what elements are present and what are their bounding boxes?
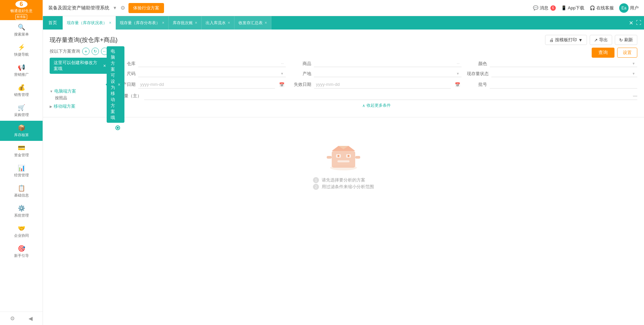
- svg-rect-8: [355, 156, 360, 159]
- sidebar-item-sales[interactable]: 💰 销售管理: [0, 80, 43, 101]
- system-dropdown-icon[interactable]: ▼: [113, 5, 117, 10]
- sidebar-item-marketing[interactable]: 📢 营销推广: [0, 60, 43, 80]
- tab-inventory-status-close[interactable]: ×: [109, 20, 111, 25]
- filter-row-4: 现存量（主） —: [115, 92, 637, 100]
- collapse-label: 收起更多条件: [367, 103, 391, 108]
- tab-batch-account-close[interactable]: ×: [195, 20, 197, 25]
- collapse-button[interactable]: ∧ 收起更多条件: [115, 100, 637, 111]
- sales-icon: 💰: [18, 84, 25, 91]
- produce-date-calendar-icon[interactable]: 📅: [278, 82, 286, 87]
- export-button[interactable]: ↗ 导出: [590, 35, 612, 45]
- tab-batch-account[interactable]: 库存批次账 ×: [169, 16, 202, 30]
- message-button[interactable]: 💬 消息 6: [533, 5, 556, 11]
- expire-date-calendar-icon[interactable]: 📅: [453, 82, 462, 87]
- batch-input[interactable]: [490, 80, 637, 89]
- export-icon: ↗: [594, 38, 598, 43]
- refresh-button[interactable]: ↻ 刷新: [615, 35, 637, 45]
- app-download-button[interactable]: 📱 App下载: [561, 5, 584, 11]
- tab-in-out-flow-label: 出入库流水: [206, 20, 226, 26]
- settings-icon[interactable]: ⚙: [120, 5, 125, 11]
- sidebar-label-operation: 经营管理: [14, 173, 29, 178]
- sidebar-label-inventory: 库存核算: [14, 132, 29, 138]
- empty-svg: [323, 138, 364, 171]
- sidebar-item-finance[interactable]: 💳 资金管理: [0, 141, 43, 161]
- sidebar-item-guide[interactable]: 🎯 新手引导: [0, 241, 43, 262]
- tooltip-1-close[interactable]: ×: [118, 82, 120, 87]
- tooltip-2-close[interactable]: ×: [103, 63, 106, 68]
- sidebar-item-nav[interactable]: ⚡ 快捷导航: [0, 40, 43, 60]
- product-select[interactable]: ···: [314, 60, 462, 67]
- tab-receive-total[interactable]: 收发存汇总表 ×: [234, 16, 271, 30]
- sidebar-settings-btn[interactable]: ⚙: [10, 315, 15, 322]
- mobile-section-label: 移动端方案: [54, 103, 75, 109]
- warehouse-select[interactable]: ···: [138, 60, 286, 67]
- field-product: 商品 ···: [291, 60, 462, 67]
- tree-section-mobile-header[interactable]: ▶ 移动端方案: [50, 102, 110, 110]
- stock-qty-from[interactable]: [144, 92, 632, 100]
- origin-arrow-icon: ▼: [456, 72, 460, 75]
- sidebar-label-search: 搜索菜单: [14, 32, 29, 37]
- sidebar-collapse-btn[interactable]: ◀: [29, 315, 33, 322]
- query-button[interactable]: 查询: [592, 48, 614, 58]
- sidebar-item-operation[interactable]: 📊 经营管理: [0, 161, 43, 181]
- sidebar-item-basic[interactable]: 📋 基础信息: [0, 181, 43, 201]
- tab-maximize-icon[interactable]: ⛶: [636, 20, 641, 26]
- sidebar-item-purchase[interactable]: 🛒 采购管理: [0, 101, 43, 121]
- svg-point-5: [337, 155, 339, 157]
- expire-date-label: 失效日期: [291, 82, 311, 88]
- user-button[interactable]: Ea 用户: [619, 3, 639, 13]
- set-button[interactable]: 设置: [617, 48, 637, 58]
- color-select[interactable]: ▼: [490, 60, 637, 67]
- expire-date-from[interactable]: [314, 80, 451, 88]
- message-label: 消息: [540, 5, 548, 11]
- filter-refresh-button[interactable]: ↻: [92, 48, 99, 55]
- field-produce-date: 生产日期 📅: [115, 80, 286, 89]
- logo-badge: 标准版: [15, 14, 27, 20]
- field-expire-date: 失效日期 📅: [291, 80, 462, 89]
- origin-select[interactable]: ▼: [314, 70, 462, 77]
- search-icon: 🔍: [18, 23, 25, 31]
- logo-icon: 6: [15, 1, 28, 8]
- basic-icon: 📋: [18, 184, 25, 192]
- online-service-button[interactable]: 🎧 在线客服: [590, 5, 614, 11]
- tab-in-out-flow-close[interactable]: ×: [228, 20, 230, 25]
- sub-label: 按照品: [55, 96, 67, 100]
- print-template-button[interactable]: 🖨 按模板打印 ▼: [545, 35, 587, 45]
- empty-step-2: 2 用过滤条件来缩小分析范围: [313, 184, 374, 190]
- svg-rect-7: [327, 156, 332, 159]
- header-left: 装备及固定资产辅助管理系统 ▼ ⚙ 体验行业方案: [48, 3, 164, 13]
- sidebar-item-system[interactable]: ⚙️ 系统管理: [0, 201, 43, 221]
- tab-inventory-dist[interactable]: 现存量（库存分布表） ×: [116, 16, 169, 30]
- tab-inventory-dist-close[interactable]: ×: [162, 20, 164, 25]
- tab-home[interactable]: 首页: [43, 16, 63, 30]
- warehouse-arrow-icon: ···: [281, 62, 284, 65]
- filter-row-1: 仓库 ··· 商品 ···: [115, 60, 637, 67]
- filter-add-button[interactable]: +: [82, 48, 90, 55]
- tab-receive-total-close[interactable]: ×: [265, 20, 267, 25]
- sidebar-item-inventory[interactable]: 📦 库存核算: [0, 121, 43, 141]
- trial-button[interactable]: 体验行业方案: [128, 3, 164, 13]
- range-separator: —: [633, 93, 637, 98]
- sidebar: 6 畅通道好生意 标准版 🔍 搜索菜单 ⚡ 快捷导航 📢 营销推广 💰 销售管理…: [0, 0, 43, 325]
- sidebar-item-search[interactable]: 🔍 搜索菜单: [0, 20, 43, 40]
- stock-status-select[interactable]: ▼: [491, 70, 637, 77]
- tree-child-zhaopin[interactable]: 按照品: [50, 95, 110, 101]
- step-1-text: 请先选择要分析的方案: [322, 177, 365, 183]
- produce-date-from[interactable]: [138, 80, 275, 88]
- headset-icon: 🎧: [590, 5, 595, 10]
- empty-step-1: 1 请先选择要分析的方案: [313, 177, 374, 183]
- size-select[interactable]: ▼: [138, 70, 286, 77]
- refresh-label: 刷新: [624, 37, 633, 43]
- expire-date-input-wrap: [314, 80, 451, 89]
- tab-inventory-status[interactable]: 现存量（库存状况表） ×: [63, 16, 116, 30]
- message-icon: 💬: [533, 5, 538, 10]
- stock-status-label: 现存量状态: [467, 71, 489, 77]
- tab-in-out-flow[interactable]: 出入库流水 ×: [202, 16, 234, 30]
- tab-close-all-icon[interactable]: ✕: [629, 20, 633, 26]
- purchase-icon: 🛒: [18, 104, 25, 111]
- sidebar-item-enterprise[interactable]: 🤝 企业协同: [0, 221, 43, 241]
- tree-section-pc-header[interactable]: ▼ 电脑端方案: [50, 87, 110, 95]
- sidebar-label-sales: 销售管理: [14, 92, 29, 97]
- sidebar-label-enterprise: 企业协同: [14, 233, 29, 238]
- top-header: 装备及固定资产辅助管理系统 ▼ ⚙ 体验行业方案 💬 消息 6 📱 App下载 …: [43, 0, 644, 16]
